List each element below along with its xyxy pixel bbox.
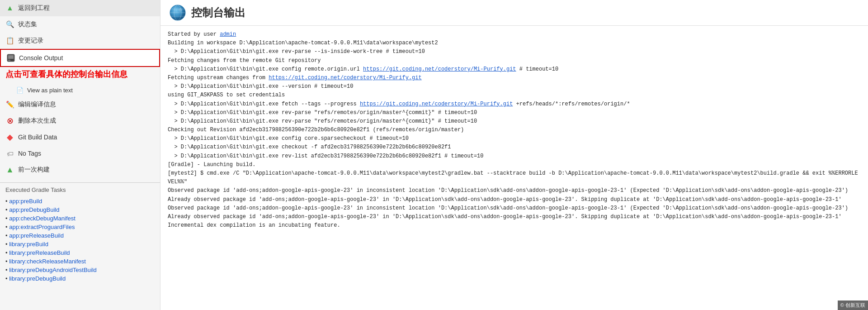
sidebar-item-git-build-data[interactable]: ◆ Git Build Data bbox=[0, 129, 160, 145]
sidebar-item-label: 返回到工程 bbox=[18, 4, 50, 12]
list-item: app:preReleaseBuild bbox=[5, 231, 155, 240]
task-link[interactable]: library:preDebugBuild bbox=[9, 275, 66, 282]
page-icon: 📄 bbox=[16, 87, 24, 94]
task-link[interactable]: app:preReleaseBuild bbox=[9, 232, 64, 239]
sidebar-item-prev-build[interactable]: ▲ 前一次构建 bbox=[0, 162, 160, 178]
plain-text-link[interactable]: 📄 View as plain text bbox=[0, 84, 160, 96]
list-item: library:preBuild bbox=[5, 240, 155, 248]
task-list: app:preBuild app:preDebugBuild app:check… bbox=[5, 197, 155, 283]
sidebar-item-console-output[interactable]: Console Output bbox=[0, 49, 160, 67]
plain-text-label: View as plain text bbox=[27, 87, 73, 94]
arrow-up-icon: ▲ bbox=[5, 4, 14, 13]
sidebar-item-no-tags[interactable]: 🏷 No Tags bbox=[0, 145, 160, 162]
git-icon: ◆ bbox=[5, 133, 14, 142]
list-item: app:checkDebugManifest bbox=[5, 214, 155, 223]
console-link[interactable]: https://git.coding.net/coderstory/Mi-Pur… bbox=[363, 66, 516, 72]
sidebar-item-label: Console Output bbox=[19, 54, 63, 62]
sidebar-item-label: 状态集 bbox=[18, 20, 37, 29]
globe-icon bbox=[170, 5, 186, 21]
task-link[interactable]: app:preBuild bbox=[9, 198, 42, 205]
list-item: app:preBuild bbox=[5, 197, 155, 205]
sidebar-item-label: No Tags bbox=[18, 150, 41, 157]
task-link[interactable]: library:preDebugAndroidTestBuild bbox=[9, 267, 97, 273]
watermark: © 创新互联 bbox=[838, 300, 868, 310]
sidebar-item-label: 前一次构建 bbox=[18, 166, 50, 174]
sidebar-item-status-set[interactable]: 🔍 状态集 bbox=[0, 16, 160, 33]
console-link[interactable]: https://git.coding.net/coderstory/Mi-Pur… bbox=[269, 75, 421, 81]
task-link[interactable]: library:checkReleaseManifest bbox=[9, 258, 86, 265]
sidebar-item-delete-build[interactable]: ⊗ 删除本次生成 bbox=[0, 113, 160, 129]
sidebar-item-label: 编辑编译信息 bbox=[18, 100, 56, 109]
console-output-area[interactable]: Started by user admin Building in worksp… bbox=[160, 26, 868, 310]
svg-rect-2 bbox=[8, 60, 10, 61]
delete-icon: ⊗ bbox=[5, 116, 14, 125]
sidebar-item-label: Git Build Data bbox=[18, 134, 57, 141]
edit-icon: ✏️ bbox=[5, 100, 14, 109]
svg-rect-1 bbox=[8, 55, 14, 59]
sidebar-item-label: 变更记录 bbox=[18, 37, 43, 45]
main-header: 控制台输出 bbox=[160, 0, 868, 26]
sidebar: ▲ 返回到工程 🔍 状态集 📋 变更记录 Console Output 点击可查… bbox=[0, 0, 160, 310]
sidebar-item-edit-info[interactable]: ✏️ 编辑编译信息 bbox=[0, 96, 160, 113]
console-link[interactable]: https://git.coding.net/coderstory/Mi-Pur… bbox=[360, 101, 513, 107]
subtitle-banner: 点击可查看具体的控制台输出信息 bbox=[0, 67, 160, 84]
tag-icon: 🏷 bbox=[5, 149, 14, 158]
sidebar-item-label: 删除本次生成 bbox=[18, 117, 56, 125]
sidebar-item-change-log[interactable]: 📋 变更记录 bbox=[0, 33, 160, 49]
list-item: library:preDebugAndroidTestBuild bbox=[5, 266, 155, 274]
list-item: library:preReleaseBuild bbox=[5, 248, 155, 257]
list-item: app:preDebugBuild bbox=[5, 205, 155, 214]
sidebar-item-back-to-project[interactable]: ▲ 返回到工程 bbox=[0, 0, 160, 16]
executed-tasks-section: Executed Gradle Tasks app:preBuild app:p… bbox=[0, 182, 160, 286]
prev-icon: ▲ bbox=[5, 165, 14, 174]
list-icon: 📋 bbox=[5, 36, 14, 45]
list-item: library:preDebugBuild bbox=[5, 274, 155, 283]
executed-tasks-title: Executed Gradle Tasks bbox=[5, 186, 155, 193]
console-icon bbox=[6, 53, 15, 62]
list-item: app:extractProguardFiles bbox=[5, 223, 155, 231]
page-title: 控制台输出 bbox=[191, 5, 245, 20]
task-link[interactable]: app:checkDebugManifest bbox=[9, 215, 75, 222]
svg-point-8 bbox=[179, 8, 182, 12]
list-item: library:checkReleaseManifest bbox=[5, 257, 155, 266]
task-link[interactable]: app:preDebugBuild bbox=[9, 206, 59, 213]
search-icon: 🔍 bbox=[5, 20, 14, 29]
task-link[interactable]: library:preBuild bbox=[9, 241, 48, 248]
admin-link[interactable]: admin bbox=[220, 31, 236, 38]
main-panel: 控制台输出 Started by user admin Building in … bbox=[160, 0, 868, 310]
task-link[interactable]: app:extractProguardFiles bbox=[9, 224, 75, 230]
task-link[interactable]: library:preReleaseBuild bbox=[9, 249, 70, 256]
